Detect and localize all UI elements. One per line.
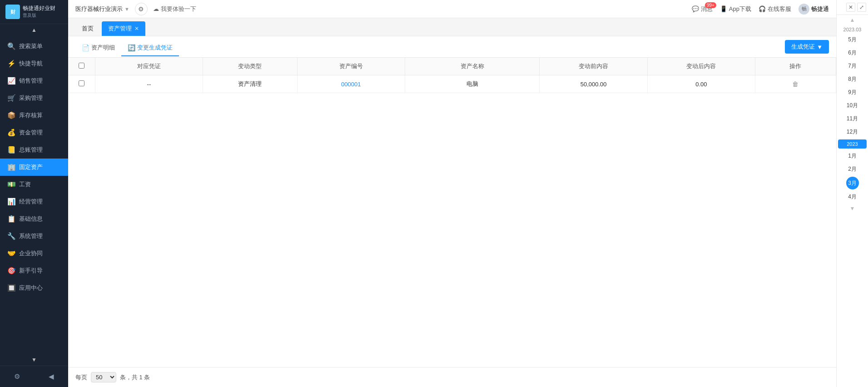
sidebar-item-basic-info[interactable]: 📋 基础信息: [0, 210, 68, 228]
table-header-after: 变动后内容: [647, 58, 755, 75]
sidebar-scroll-up[interactable]: ▲: [30, 25, 39, 35]
building-icon: 🏢: [7, 163, 15, 171]
date-current-label: 2023.03: [837, 25, 868, 33]
table-header-action: 操作: [755, 58, 836, 75]
grid-icon: 🔲: [7, 284, 15, 292]
row-code: 000001: [297, 75, 405, 93]
sidebar-item-operations[interactable]: 📊 经营管理: [0, 193, 68, 210]
sub-tab-asset-detail[interactable]: 📄 资产明细: [75, 41, 121, 56]
date-item-mar[interactable]: 3月: [846, 177, 859, 189]
lightning-icon: ⚡: [7, 60, 15, 68]
page-size-select[interactable]: 50 10 20 100: [91, 372, 116, 382]
tab-close-button[interactable]: ✕: [134, 25, 139, 32]
sidebar: 财 畅捷通好业财 普及版 ▲ 🔍 搜索菜单 ⚡ 快捷导航 📈 销售管理 🛒 采购…: [0, 0, 68, 387]
sidebar-item-beginner[interactable]: 🎯 新手引导: [0, 262, 68, 279]
sidebar-logo: 财 畅捷通好业财 普及版: [0, 0, 68, 24]
select-all-checkbox[interactable]: [79, 63, 84, 69]
date-item-8[interactable]: 8月: [837, 73, 868, 86]
table-header-type: 变动类型: [203, 58, 298, 75]
table-header-voucher: 对应凭证: [95, 58, 203, 75]
sidebar-item-ledger[interactable]: 📒 总账管理: [0, 141, 68, 159]
sidebar-item-fund[interactable]: 💰 资金管理: [0, 124, 68, 141]
date-scroll-up[interactable]: ▲: [837, 15, 868, 25]
date-scroll-down[interactable]: ▼: [837, 203, 868, 213]
row-type: 资产清理: [203, 75, 298, 93]
tab-asset-management[interactable]: 资产管理 ✕: [102, 21, 145, 36]
sidebar-settings-button[interactable]: ⚙: [11, 370, 23, 383]
message-icon: 💬: [692, 5, 699, 12]
sidebar-item-purchase[interactable]: 🛒 采购管理: [0, 89, 68, 107]
date-item-12[interactable]: 12月: [837, 125, 868, 139]
sidebar-collapse-button[interactable]: ◀: [46, 370, 57, 383]
user-menu[interactable]: 畅 畅捷通: [799, 4, 829, 15]
phone-icon: 📱: [720, 5, 727, 12]
sidebar-scroll-down[interactable]: ▼: [30, 355, 39, 365]
company-selector[interactable]: 医疗器械行业演示 ▼: [75, 5, 129, 13]
payroll-icon: 💵: [7, 180, 15, 189]
wrench-icon: 🔧: [7, 232, 15, 240]
date-item-10[interactable]: 10月: [837, 99, 868, 112]
date-item-jan[interactable]: 1月: [837, 149, 868, 163]
row-checkbox[interactable]: [79, 80, 84, 86]
tab-home[interactable]: 首页: [75, 21, 100, 36]
sidebar-nav: 🔍 搜索菜单 ⚡ 快捷导航 📈 销售管理 🛒 采购管理 📦 库存核算 💰 资金管…: [0, 36, 68, 354]
table-header-name: 资产名称: [405, 58, 540, 75]
app-download-button[interactable]: 📱 App下载: [720, 5, 751, 13]
sub-tab-change-voucher[interactable]: 🔄 变更生成凭证: [121, 41, 179, 56]
date-year-2023[interactable]: 2023: [838, 139, 866, 149]
generate-voucher-button[interactable]: 生成凭证 ▼: [785, 40, 829, 54]
topbar-settings-button[interactable]: ⚙: [135, 3, 148, 15]
headset-icon: 🎧: [759, 5, 766, 12]
panel-close-button[interactable]: ✕: [846, 3, 855, 12]
sidebar-bottom: ⚙ ◀: [0, 366, 68, 387]
sales-icon: 📈: [7, 77, 15, 85]
list-icon: 📋: [7, 215, 15, 223]
sidebar-item-app-center[interactable]: 🔲 应用中心: [0, 279, 68, 297]
box-icon: 📦: [7, 111, 15, 119]
sidebar-item-payroll[interactable]: 💵 工资: [0, 176, 68, 193]
topbar: 医疗器械行业演示 ▼ ⚙ ☁ 我要体验一下 💬 消息 99+ 📱 App下载 🎧…: [68, 0, 836, 18]
delete-icon[interactable]: 🗑: [792, 80, 799, 88]
table-header-checkbox: [68, 58, 95, 75]
table-header-before: 变动前内容: [540, 58, 647, 75]
search-icon: 🔍: [7, 42, 15, 50]
sidebar-item-search[interactable]: 🔍 搜索菜单: [0, 38, 68, 55]
experience-button[interactable]: ☁ 我要体验一下: [153, 5, 196, 13]
sidebar-item-sales[interactable]: 📈 销售管理: [0, 72, 68, 89]
date-item-feb[interactable]: 2月: [837, 163, 868, 176]
message-button[interactable]: 💬 消息 99+: [692, 5, 713, 13]
sidebar-item-inventory[interactable]: 📦 库存核算: [0, 107, 68, 124]
sidebar-item-fixed-assets[interactable]: 🏢 固定资产: [0, 159, 68, 176]
dropdown-arrow-icon: ▼: [817, 44, 823, 50]
ledger-icon: 📒: [7, 146, 15, 154]
online-service-button[interactable]: 🎧 在线客服: [759, 5, 791, 13]
sidebar-item-quick-nav[interactable]: ⚡ 快捷导航: [0, 55, 68, 72]
cloud-icon: ☁: [153, 5, 159, 12]
sidebar-item-sys-management[interactable]: 🔧 系统管理: [0, 228, 68, 245]
panel-expand-button[interactable]: ⤢: [857, 3, 866, 12]
date-item-5[interactable]: 5月: [837, 33, 868, 46]
handshake-icon: 🤝: [7, 249, 15, 258]
row-voucher: --: [95, 75, 203, 93]
right-panel-header: ✕ ⤢: [837, 0, 868, 15]
sidebar-item-enterprise[interactable]: 🤝 企业协同: [0, 245, 68, 262]
row-action: 🗑: [755, 75, 836, 93]
date-item-6[interactable]: 6月: [837, 46, 868, 60]
right-panel: ✕ ⤢ ▲ 2023.03 5月 6月 7月 8月 9月 10月 11月 12月…: [836, 0, 868, 387]
avatar: 畅: [799, 4, 809, 15]
table-row: -- 资产清理 000001 电脑 50,000.00 0.00 🗑: [68, 75, 836, 93]
chart-icon: 📊: [7, 198, 15, 206]
target-icon: 🎯: [7, 267, 15, 275]
date-item-apr[interactable]: 4月: [837, 190, 868, 203]
asset-table: 对应凭证 变动类型 资产编号 资产名称 变动前内容: [68, 58, 836, 93]
content-area: 📄 资产明细 🔄 变更生成凭证 生成凭证 ▼: [68, 36, 836, 387]
date-item-9[interactable]: 9月: [837, 86, 868, 99]
table-header-code: 资产编号: [297, 58, 405, 75]
date-item-11[interactable]: 11月: [837, 112, 868, 125]
main-area: 医疗器械行业演示 ▼ ⚙ ☁ 我要体验一下 💬 消息 99+ 📱 App下载 🎧…: [68, 0, 836, 387]
app-logo-icon: 财: [5, 5, 20, 19]
money-icon: 💰: [7, 129, 15, 137]
tab-bar: 首页 资产管理 ✕: [68, 18, 836, 36]
date-item-7[interactable]: 7月: [837, 60, 868, 73]
date-list: ▲ 2023.03 5月 6月 7月 8月 9月 10月 11月 12月 202…: [837, 15, 868, 387]
